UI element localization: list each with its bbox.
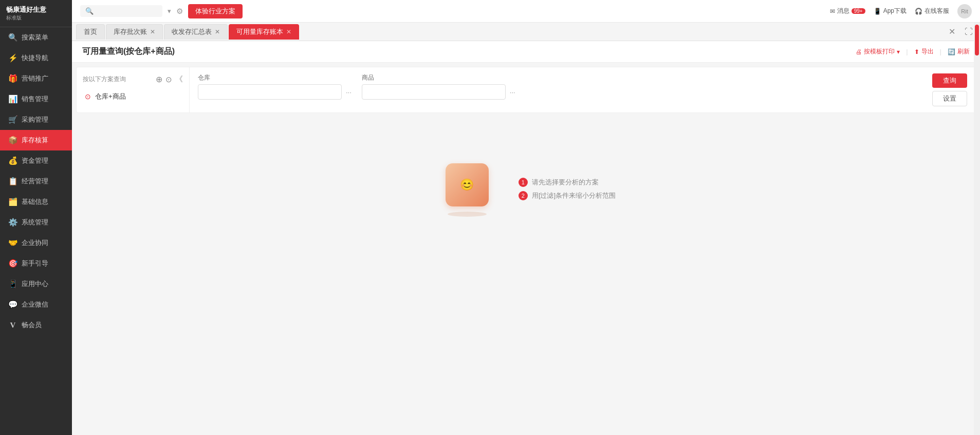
settings-scheme-button[interactable]: ⊙ xyxy=(165,75,172,84)
sidebar-item-system[interactable]: ⚙️ 系统管理 xyxy=(0,212,72,233)
chat-icon: 💬 xyxy=(8,300,17,309)
warehouse-input[interactable] xyxy=(198,84,342,100)
sidebar-item-search[interactable]: 🔍 搜索菜单 xyxy=(0,27,72,48)
online-service-action[interactable]: 🎧 在线客服 xyxy=(915,7,949,15)
goods-more-button[interactable]: ··· xyxy=(508,88,517,96)
gear-icon[interactable]: ⚙ xyxy=(176,7,183,16)
sidebar-item-finance[interactable]: 💰 资金管理 xyxy=(0,150,72,171)
sidebar-item-label: 经营管理 xyxy=(22,177,48,186)
tab-available-ledger[interactable]: 可用量库存账本 ✕ xyxy=(229,24,299,40)
lightning-icon: ⚡ xyxy=(8,53,17,63)
empty-tip-2: 2 用[过滤]条件来缩小分析范围 xyxy=(519,191,616,200)
message-label: 消息 xyxy=(837,7,849,15)
refresh-button[interactable]: 🔄 刷新 xyxy=(948,47,970,56)
sidebar-item-member[interactable]: V 畅会员 xyxy=(0,315,72,335)
chevron-down-icon[interactable]: ▾ xyxy=(168,7,171,15)
empty-state: 😊 1 请先选择要分析的方案 2 用[过滤]条件来缩小分析范围 xyxy=(72,117,980,261)
sidebar-item-label: 新手引导 xyxy=(22,259,48,268)
export-label: 导出 xyxy=(921,47,934,56)
empty-tip-1: 1 请先选择要分析的方案 xyxy=(519,178,616,187)
sidebar-item-sales[interactable]: 📊 销售管理 xyxy=(0,89,72,109)
sidebar-item-marketing[interactable]: 🎁 营销推广 xyxy=(0,68,72,89)
export-button[interactable]: ⬆ 导出 xyxy=(914,47,934,56)
scrollbar-thumb[interactable] xyxy=(975,25,979,55)
empty-tips: 1 请先选择要分析的方案 2 用[过滤]条件来缩小分析范围 xyxy=(519,178,616,200)
query-sidebar-header-actions: ⊕ ⊙ 《 xyxy=(156,74,183,84)
trial-button[interactable]: 体验行业方案 xyxy=(188,4,243,18)
print-label: 按模板打印 xyxy=(864,47,895,56)
query-actions: 查询 设置 xyxy=(932,73,967,106)
target-icon: 🎯 xyxy=(8,259,17,268)
folder-icon: 🗂️ xyxy=(8,197,17,206)
close-tab-button[interactable]: ✕ xyxy=(946,26,958,37)
sidebar-item-basic-info[interactable]: 🗂️ 基础信息 xyxy=(0,192,72,212)
cart-icon: 🛒 xyxy=(8,115,17,124)
app-logo: 畅康通好生意 标准版 xyxy=(0,0,72,27)
handshake-icon: 🤝 xyxy=(8,238,17,248)
sidebar-item-label: 销售管理 xyxy=(22,94,48,104)
query-sidebar-header: 按以下方案查询 ⊕ ⊙ 《 xyxy=(77,72,189,88)
refresh-icon: 🔄 xyxy=(948,48,955,55)
sidebar-item-label: 基础信息 xyxy=(22,197,48,206)
user-avatar[interactable]: Rit xyxy=(957,4,972,18)
print-button[interactable]: 🖨 按模板打印 ▾ xyxy=(856,47,900,56)
collapse-button[interactable]: 《 xyxy=(175,74,183,84)
divider: | xyxy=(906,48,908,55)
search-box[interactable]: 🔍 xyxy=(80,5,162,17)
gear-icon: ⚙️ xyxy=(8,218,17,227)
app-name: 畅康通好生意 xyxy=(6,5,66,14)
tabbar-actions: ✕ ⛶ xyxy=(946,26,976,37)
box-icon: 📦 xyxy=(8,136,17,145)
page-header: 可用量查询(按仓库+商品) 🖨 按模板打印 ▾ | ⬆ 导出 | 🔄 刷新 xyxy=(72,41,980,63)
tip-text-1: 请先选择要分析的方案 xyxy=(532,178,599,187)
tip-text-2: 用[过滤]条件来缩小分析范围 xyxy=(532,191,616,200)
tab-collect-summary[interactable]: 收发存汇总表 ✕ xyxy=(164,24,228,40)
close-icon[interactable]: ✕ xyxy=(215,28,220,35)
scheme-icon: ⊙ xyxy=(85,92,91,101)
vip-icon: V xyxy=(8,321,17,330)
clipboard-icon: 📋 xyxy=(8,177,17,186)
sidebar-item-app-center[interactable]: 📱 应用中心 xyxy=(0,274,72,294)
sidebar-item-label: 企业微信 xyxy=(22,300,48,309)
right-scrollbar xyxy=(974,23,980,435)
message-icon: ✉ xyxy=(830,8,835,15)
tab-batch-account[interactable]: 库存批次账 ✕ xyxy=(106,24,163,40)
sidebar-item-label: 应用中心 xyxy=(22,279,48,289)
sidebar-item-beginner[interactable]: 🎯 新手引导 xyxy=(0,253,72,274)
headset-icon: 🎧 xyxy=(915,8,922,15)
app-version: 标准版 xyxy=(6,14,66,22)
scheme-label: 仓库+商品 xyxy=(95,92,126,101)
close-icon[interactable]: ✕ xyxy=(150,28,155,35)
gift-icon: 🎁 xyxy=(8,74,17,83)
warehouse-more-button[interactable]: ··· xyxy=(344,88,354,96)
settings-button[interactable]: 设置 xyxy=(932,91,967,106)
tab-home-label: 首页 xyxy=(84,27,97,36)
scheme-warehouse-goods[interactable]: ⊙ 仓库+商品 xyxy=(77,88,189,105)
sidebar-item-label: 搜索菜单 xyxy=(22,33,48,42)
topbar-actions: ✉ 消息 99+ 📱 App下载 🎧 在线客服 Rit xyxy=(830,4,972,18)
sidebar-item-wechat[interactable]: 💬 企业微信 xyxy=(0,294,72,315)
add-scheme-button[interactable]: ⊕ xyxy=(156,74,162,84)
online-service-label: 在线客服 xyxy=(924,7,949,15)
sidebar-item-purchase[interactable]: 🛒 采购管理 xyxy=(0,109,72,130)
sidebar-item-inventory[interactable]: 📦 库存核算 xyxy=(0,130,72,150)
divider: | xyxy=(940,48,941,55)
warehouse-label: 仓库 xyxy=(198,73,354,82)
search-input[interactable] xyxy=(97,8,138,15)
sidebar: 畅康通好生意 标准版 🔍 搜索菜单 ⚡ 快捷导航 🎁 营销推广 📊 销售管理 🛒… xyxy=(0,0,72,435)
search-icon: 🔍 xyxy=(85,7,94,15)
content-area: 可用量查询(按仓库+商品) 🖨 按模板打印 ▾ | ⬆ 导出 | 🔄 刷新 xyxy=(72,41,980,435)
tab-home[interactable]: 首页 xyxy=(76,24,105,40)
tip-num-1: 1 xyxy=(519,178,528,187)
goods-input[interactable] xyxy=(362,84,506,100)
main-area: 🔍 ▾ ⚙ 体验行业方案 ✉ 消息 99+ 📱 App下载 🎧 在线客服 Rit xyxy=(72,0,980,435)
sidebar-item-quick-nav[interactable]: ⚡ 快捷导航 xyxy=(0,48,72,68)
chevron-down-icon: ▾ xyxy=(897,48,900,55)
query-section: 按以下方案查询 ⊕ ⊙ 《 ⊙ 仓库+商品 仓库 xyxy=(76,67,976,113)
sidebar-item-operations[interactable]: 📋 经营管理 xyxy=(0,171,72,192)
query-button[interactable]: 查询 xyxy=(932,73,967,88)
sidebar-item-enterprise[interactable]: 🤝 企业协同 xyxy=(0,233,72,253)
message-action[interactable]: ✉ 消息 99+ xyxy=(830,7,865,15)
close-icon[interactable]: ✕ xyxy=(286,28,291,35)
app-download-action[interactable]: 📱 App下载 xyxy=(874,7,907,15)
